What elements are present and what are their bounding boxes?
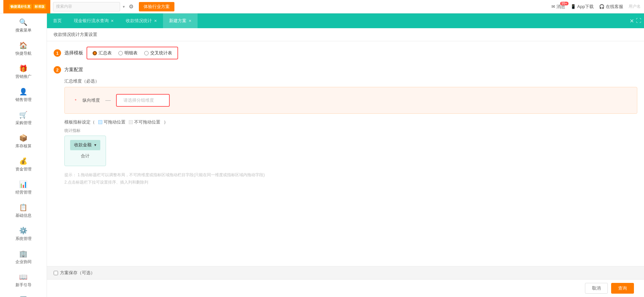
dropdown-arrow-icon[interactable]: ▾	[123, 4, 125, 9]
tab-cashflow[interactable]: 现金银行流水查询 ✕	[68, 13, 120, 28]
legend-draggable-icon	[98, 120, 102, 124]
sidebar-item-operations-label: 经营管理	[15, 190, 32, 195]
headset-icon: 🎧	[599, 4, 604, 9]
user-name: 用户名	[629, 4, 641, 9]
metric-area: 统计指标 收款金额 ▾ 合计	[64, 128, 637, 166]
search-menu-icon: 🔍	[19, 18, 28, 26]
sidebar-item-inventory[interactable]: 📦 库存核算	[0, 129, 47, 152]
sidebar-item-system[interactable]: ⚙️ 系统管理	[0, 222, 47, 245]
hint-line-1: 提示： 1.拖动标题栏可以调整布局，不可跨维度或指标区域拖动栏目字段(只能在同一…	[64, 171, 637, 179]
gift-icon: 🎁	[19, 64, 28, 72]
save-checkbox-label[interactable]: 方案保存（可选）	[54, 270, 95, 276]
search-box: 搜索内容	[53, 2, 120, 11]
radio-summary[interactable]: 汇总表	[93, 50, 112, 56]
sidebar-item-enterprise[interactable]: 🏢 企业协同	[0, 245, 47, 268]
step1-section: 1 选择模板 汇总表 明细表	[54, 47, 637, 59]
cart-icon: 🛒	[19, 111, 28, 119]
message-icon: ✉	[551, 4, 555, 9]
tabbar: 首页 现金银行流水查询 ✕ 收款情况统计 ✕ 新建方案 ✕ ✕ ⛶	[47, 13, 644, 28]
window-maximize-icon[interactable]: ⛶	[636, 18, 641, 24]
sidebar-item-operations[interactable]: 📊 经营管理	[0, 176, 47, 199]
radio-detail[interactable]: 明细表	[118, 50, 138, 56]
sidebar-item-finance-label: 资金管理	[15, 166, 32, 172]
step2-title: 方案配置	[64, 67, 83, 73]
page-content: 收款情况统计方案设置 1 选择模板 汇总表	[47, 28, 644, 279]
radio-cross[interactable]: 交叉统计表	[144, 50, 172, 56]
form-area: 1 选择模板 汇总表 明细表	[47, 41, 644, 266]
step1-number: 1	[54, 49, 61, 57]
sidebar-item-purchase[interactable]: 🛒 采购管理	[0, 106, 47, 129]
sidebar-item-search[interactable]: 🔍 搜索菜单	[0, 13, 47, 37]
metric-header[interactable]: 收款金额 ▾	[70, 140, 100, 150]
message-badge: 99+	[560, 2, 569, 5]
dimension-select[interactable]: 请选择分组维度	[116, 94, 170, 107]
step2-header: 2 方案配置	[54, 66, 637, 73]
sidebar-item-quicknav[interactable]: 🏠 快捷导航	[0, 37, 47, 60]
legend-fixed-label: 不可拖动位置	[134, 119, 160, 125]
sidebar-item-marketing[interactable]: 🎁 营销推广	[0, 60, 47, 83]
tab-home[interactable]: 首页	[47, 13, 68, 28]
query-button[interactable]: 查询	[611, 283, 634, 294]
sidebar-item-finance[interactable]: 💰 资金管理	[0, 152, 47, 176]
radio-cross-label: 交叉统计表	[150, 50, 172, 56]
radio-summary-input[interactable]	[93, 51, 97, 55]
topbar: 畅捷通好生意 标准版 搜索内容 ▾ ⚙ 体验行业方案 ✉ 99+ 消息 📱 Ap…	[0, 0, 644, 13]
template-radio-group: 汇总表 明细表 交叉统计表	[87, 47, 178, 59]
tab-collection-close-icon[interactable]: ✕	[154, 19, 157, 23]
radio-detail-input[interactable]	[118, 51, 123, 55]
tab-collection[interactable]: 收款情况统计 ✕	[120, 13, 163, 28]
sidebar-item-hardware[interactable]: 🖥️ 智能硬件	[0, 291, 47, 297]
sidebar-item-basic[interactable]: 📋 基础信息	[0, 199, 47, 222]
metric-label: 收款金额	[74, 142, 92, 148]
sidebar-item-newbie[interactable]: 📖 新手引导	[0, 268, 47, 291]
sidebar-item-system-label: 系统管理	[15, 236, 32, 242]
tab-cashflow-close-icon[interactable]: ✕	[111, 19, 114, 23]
service-icon-item[interactable]: 🎧 在线客服	[599, 4, 623, 10]
page-footer: 方案保存（可选）	[47, 266, 644, 279]
hint-line-2: 2.点击标题栏下拉可设置排序、插入列和删除列	[64, 179, 637, 186]
radio-summary-label: 汇总表	[99, 50, 112, 56]
legend-draggable-label: 可拖动位置	[104, 119, 125, 125]
money-icon: 💰	[19, 157, 28, 165]
save-label-text: 方案保存（可选）	[60, 270, 95, 276]
save-checkbox[interactable]	[54, 271, 58, 275]
sidebar-item-sales[interactable]: 👤 销售管理	[0, 83, 47, 106]
tabbar-right: ✕ ⛶	[630, 13, 644, 28]
sidebar-item-quicknav-label: 快捷导航	[15, 51, 32, 56]
cancel-button[interactable]: 取消	[585, 283, 608, 294]
sidebar-item-basic-label: 基础信息	[15, 213, 32, 218]
radio-cross-input[interactable]	[144, 51, 149, 55]
sidebar-item-sales-label: 销售管理	[15, 97, 32, 103]
download-icon-item[interactable]: 📱 App下载	[571, 4, 594, 10]
user-icon: 👤	[19, 88, 28, 96]
metric-total-row: 合计	[70, 150, 100, 162]
sidebar-item-newbie-label: 新手引导	[15, 282, 32, 288]
window-close-icon[interactable]: ✕	[630, 18, 634, 24]
tab-home-label: 首页	[53, 18, 62, 24]
metric-section-label: 统计指标	[64, 128, 637, 134]
logo-badge: 标准版	[33, 4, 46, 9]
gear-icon[interactable]: ⚙	[129, 3, 133, 10]
legend-draggable: 可拖动位置	[98, 119, 125, 125]
metric-dropdown-icon[interactable]: ▾	[94, 143, 96, 147]
indicator-title-close: ）	[164, 119, 168, 125]
radio-detail-label: 明细表	[124, 50, 138, 56]
tab-newplan-close-icon[interactable]: ✕	[189, 19, 192, 23]
content-area: 首页 现金银行流水查询 ✕ 收款情况统计 ✕ 新建方案 ✕ ✕ ⛶ 收款情况统计…	[47, 13, 644, 297]
download-label: App下载	[577, 4, 594, 10]
metric-box: 收款金额 ▾ 合计	[64, 136, 106, 166]
step1-title: 选择模板	[64, 50, 83, 56]
sidebar-item-inventory-label: 库存核算	[15, 143, 32, 149]
home-icon: 🏠	[19, 41, 28, 49]
dimension-box: * 纵向维度 — 请选择分组维度	[64, 87, 637, 114]
industry-btn[interactable]: 体验行业方案	[139, 2, 174, 11]
legend-fixed: 不可拖动位置	[129, 119, 160, 125]
download-icon: 📱	[571, 4, 576, 9]
message-icon-item[interactable]: ✉ 99+ 消息	[551, 4, 565, 10]
clipboard-icon: 📋	[19, 203, 28, 211]
box-icon: 📦	[19, 134, 28, 142]
step2-body: 汇总维度（必选） * 纵向维度 — 请选择分组维度 模板指标设定（	[64, 78, 637, 186]
tab-newplan[interactable]: 新建方案 ✕	[163, 13, 198, 28]
tab-newplan-label: 新建方案	[169, 18, 186, 24]
sidebar-item-marketing-label: 营销推广	[15, 74, 32, 80]
